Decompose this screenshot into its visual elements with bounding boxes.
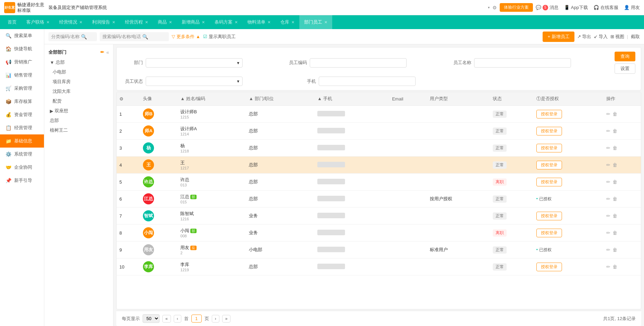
tab-close-warehouse[interactable]: ✕ (291, 20, 294, 25)
sidebar-item-purchase[interactable]: 🛒 采购管理 (0, 82, 44, 95)
search-name-button[interactable]: 🔍 (142, 34, 148, 39)
filter-empcode-input[interactable] (310, 58, 407, 68)
more-filter-btn[interactable]: ▽ 更多条件 ▲ (172, 34, 200, 40)
tab-close-bom[interactable]: ✕ (267, 20, 271, 25)
tab-close-customer[interactable]: ✕ (46, 20, 49, 25)
auth-login-button[interactable]: 授权登录 (536, 178, 562, 186)
tab-profit[interactable]: 利润报告 ✕ (87, 15, 120, 29)
last-page-button[interactable]: » (222, 315, 231, 323)
filter-empname-input[interactable] (474, 58, 571, 68)
filter-phone-input[interactable] (319, 77, 416, 86)
message-button[interactable]: 💬 5 消息 (536, 5, 559, 11)
import-button[interactable]: ↙ 导入 (594, 34, 608, 40)
delete-button[interactable]: 🗑 (613, 128, 617, 134)
tab-close-new-goods[interactable]: ✕ (202, 20, 205, 25)
export-button[interactable]: ↗ 导出 (577, 34, 591, 40)
settings-col-icon[interactable]: ⚙ (119, 96, 124, 102)
sidebar-item-basic[interactable]: 📁 基础信息 (0, 134, 44, 148)
delete-button[interactable]: 🗑 (613, 213, 617, 219)
tab-barcode[interactable]: 条码方案 ✕ (210, 15, 243, 29)
col-phone[interactable]: ▲ 手机 (315, 92, 389, 106)
user-button[interactable]: 👤 用友 (624, 5, 640, 11)
tab-close-operation[interactable]: ✕ (79, 20, 82, 25)
download-button[interactable]: 📱 App下载 (564, 5, 588, 11)
sidebar-item-finance[interactable]: 💰 资金管理 (0, 108, 44, 121)
set-button[interactable]: 设置 (615, 63, 635, 74)
filter-status-select[interactable]: ▾ (146, 77, 243, 86)
delete-button[interactable]: 🗑 (613, 179, 617, 185)
edit-button[interactable]: ✏ (606, 162, 610, 168)
title-dropdown-icon[interactable]: ▾ (488, 6, 490, 9)
delete-button[interactable]: 🗑 (613, 162, 617, 168)
service-button[interactable]: 🎧 在线客服 (593, 5, 618, 11)
edit-button[interactable]: ✏ (606, 145, 610, 151)
filter-dept-select[interactable]: ▾ (146, 58, 243, 68)
auth-login-button[interactable]: 授权登录 (536, 263, 562, 271)
gear-icon[interactable]: ⚙ (492, 5, 497, 10)
edit-button[interactable]: ✏ (606, 179, 610, 185)
tab-close-profit[interactable]: ✕ (112, 20, 115, 25)
dept-node-zhishu[interactable]: 植树王二 (44, 125, 113, 135)
edit-button[interactable]: ✏ (606, 213, 610, 219)
auth-login-button[interactable]: 授权登录 (536, 110, 562, 118)
view-button[interactable]: ⊞ 视图 (610, 34, 624, 40)
col-dept[interactable]: ▲ 部门/职位 (246, 92, 315, 106)
dept-node-zongbu[interactable]: 总部 (44, 116, 113, 125)
search-dept-box[interactable]: 分类编码/名称 🔍 (48, 32, 97, 41)
search-name-box[interactable]: 搜索编码/名称/电话 🔍 (100, 32, 169, 41)
tab-employee[interactable]: 部门员工 ✕ (299, 15, 332, 29)
auth-login-button[interactable]: 授权登录 (536, 161, 562, 169)
search-dept-button[interactable]: 🔍 (81, 34, 87, 39)
add-employee-button[interactable]: + 新增员工 (543, 32, 574, 42)
delete-button[interactable]: 🗑 (613, 264, 617, 270)
delete-button[interactable]: 🗑 (613, 145, 617, 151)
tab-close-employee[interactable]: ✕ (324, 20, 327, 25)
prev-page-button[interactable]: ‹ (174, 315, 181, 323)
dept-node-shenyang[interactable]: 沈阳大库 (44, 87, 113, 96)
sidebar-item-nav[interactable]: 🏠 快捷导航 (0, 42, 44, 55)
dept-node-peihuo[interactable]: 配货 (44, 96, 113, 106)
sidebar-item-collab[interactable]: 🤝 企业协同 (0, 161, 44, 174)
col-settings[interactable]: ⚙ (117, 92, 140, 106)
tab-close-history[interactable]: ✕ (145, 20, 148, 25)
sidebar-item-mgmt[interactable]: 📋 经营管理 (0, 121, 44, 134)
edit-dept-icon[interactable]: ✏ (100, 50, 104, 55)
edit-button[interactable]: ✏ (606, 128, 610, 134)
col-name[interactable]: ▲ 姓名/编码 (178, 92, 246, 106)
tab-operation[interactable]: 经营情况 ✕ (54, 15, 87, 29)
dept-node-xiaodian[interactable]: 小电部 (44, 67, 113, 77)
tab-close-goods[interactable]: ✕ (169, 20, 172, 25)
tab-history[interactable]: 经营历程 ✕ (120, 15, 153, 29)
extra-button[interactable]: 截取 (631, 34, 640, 40)
edit-button[interactable]: ✏ (606, 230, 610, 236)
delete-button[interactable]: 🗑 (613, 196, 617, 202)
tab-new-goods[interactable]: 新增商品 ✕ (177, 15, 210, 29)
delete-button[interactable]: 🗑 (613, 230, 617, 236)
edit-button[interactable]: ✏ (606, 247, 610, 253)
tab-customer[interactable]: 客户联络 ✕ (21, 15, 54, 29)
auth-login-button[interactable]: 授权登录 (536, 144, 562, 152)
edit-button[interactable]: ✏ (606, 196, 610, 202)
sidebar-item-sales[interactable]: 📊 销售管理 (0, 69, 44, 82)
sidebar-item-inventory[interactable]: 📦 库存核算 (0, 95, 44, 108)
tab-warehouse[interactable]: 仓库 ✕ (275, 15, 299, 29)
next-page-button[interactable]: › (212, 315, 219, 323)
edit-button[interactable]: ✏ (606, 111, 610, 117)
delete-button[interactable]: 🗑 (613, 111, 617, 117)
edit-button[interactable]: ✏ (606, 264, 610, 270)
sidebar-item-system[interactable]: ⚙️ 系统管理 (0, 148, 44, 161)
query-button[interactable]: 查询 (615, 52, 635, 61)
sidebar-item-marketing[interactable]: 📢 营销推广 (0, 55, 44, 69)
sidebar-item-search[interactable]: 🔍 搜索菜单 (0, 29, 44, 42)
first-page-button[interactable]: « (162, 315, 171, 323)
auth-login-button[interactable]: 授权登录 (536, 127, 562, 135)
dept-node-shuangzuo[interactable]: ▶ 双座想 (44, 106, 113, 116)
dept-node-project[interactable]: 项目库房 (44, 77, 113, 87)
sidebar-item-guide[interactable]: 📌 新手引导 (0, 174, 44, 187)
delete-button[interactable]: 🗑 (613, 247, 617, 253)
tab-close-barcode[interactable]: ✕ (235, 20, 238, 25)
tab-home[interactable]: 首页 (3, 15, 21, 29)
collapse-button[interactable]: « (106, 50, 109, 55)
try-button[interactable]: 体验行业方案 (500, 3, 533, 12)
show-inactive-toggle[interactable]: ☑ 显示离职员工 (203, 34, 236, 40)
